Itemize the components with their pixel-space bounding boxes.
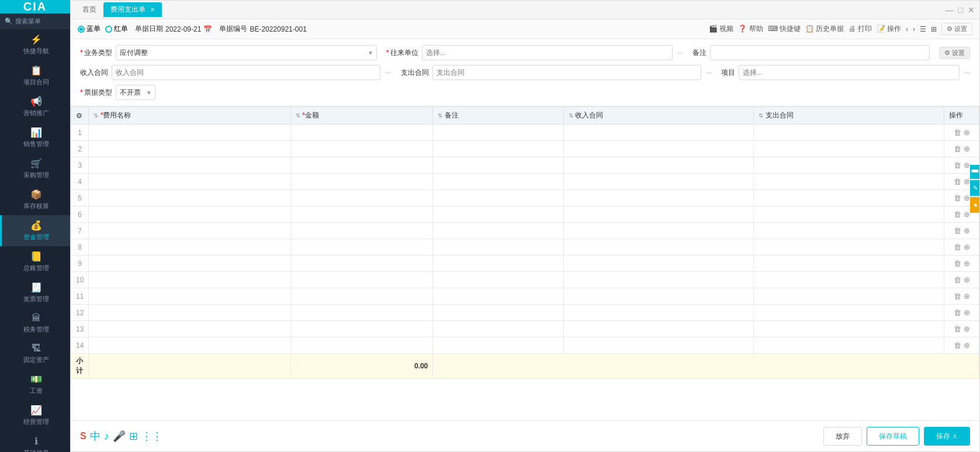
operation-btn[interactable]: 📝 操作 (877, 24, 901, 34)
expense-name-cell[interactable] (89, 321, 291, 337)
float-tab-2[interactable]: ✎ (970, 180, 979, 196)
sidebar-item-salary[interactable]: 💵 工资 (0, 369, 70, 400)
settings-button[interactable]: ⚙ 设置 (939, 47, 970, 59)
income-contract-cell[interactable] (563, 256, 754, 272)
copy-row-btn[interactable]: ⊕ (964, 275, 970, 284)
remark-cell[interactable] (433, 256, 563, 272)
remark-input[interactable] (710, 45, 930, 60)
copy-row-btn[interactable]: ⊕ (964, 177, 970, 186)
tab-home[interactable]: 首页 (75, 2, 103, 17)
income-contract-cell[interactable] (563, 157, 754, 174)
expense-contract-cell[interactable] (754, 206, 944, 223)
amount-cell[interactable] (291, 157, 433, 174)
nav-next[interactable]: › (913, 25, 915, 33)
remark-cell[interactable] (433, 239, 563, 256)
set-button[interactable]: ⚙ 设置 (941, 23, 972, 35)
delete-row-btn[interactable]: 🗑 (954, 144, 961, 153)
save-draft-button[interactable]: 保存草稿 (867, 427, 919, 446)
expense-contract-cell[interactable] (754, 190, 944, 206)
sidebar-item-inventory[interactable]: 📦 库存核算 (0, 184, 70, 215)
copy-row-btn[interactable]: ⊕ (964, 210, 970, 219)
amount-cell[interactable] (291, 125, 433, 141)
view-list[interactable]: ☰ (920, 25, 926, 33)
expense-name-cell[interactable] (89, 288, 291, 305)
discard-button[interactable]: 放弃 (823, 427, 862, 446)
sidebar-item-basic-info[interactable]: ℹ 基础信息 (0, 431, 70, 452)
income-contract-cell[interactable] (563, 223, 754, 239)
sidebar-item-fixed-assets[interactable]: 🏗 固定资产 (0, 339, 70, 369)
income-contract-cell[interactable] (563, 272, 754, 288)
income-contract-cell[interactable] (563, 337, 754, 354)
copy-row-btn[interactable]: ⊕ (964, 292, 970, 301)
expense-contract-cell[interactable] (754, 321, 944, 337)
sidebar-item-marketing[interactable]: 📢 营销推广 (0, 91, 70, 122)
expense-name-cell[interactable] (89, 125, 291, 141)
income-contract-cell[interactable] (563, 239, 754, 256)
video-btn[interactable]: 🎬 视频 (709, 24, 733, 34)
nav-prev[interactable]: ‹ (906, 25, 908, 33)
delete-row-btn[interactable]: 🗑 (954, 210, 961, 219)
business-type-select[interactable]: 应付调整 (116, 45, 377, 60)
sidebar-item-quick-nav[interactable]: ⚡ 快捷导航 (0, 29, 70, 60)
income-contract-dots[interactable]: ··· (385, 68, 391, 77)
expense-contract-cell[interactable] (754, 174, 944, 190)
delete-row-btn[interactable]: 🗑 (954, 161, 961, 170)
window-minimize[interactable]: — (946, 5, 954, 15)
delete-row-btn[interactable]: 🗑 (954, 275, 961, 284)
amount-cell[interactable] (291, 256, 433, 272)
help-btn[interactable]: ❓ 帮助 (738, 24, 763, 34)
amount-cell[interactable] (291, 223, 433, 239)
delete-row-btn[interactable]: 🗑 (954, 194, 961, 202)
expense-contract-cell[interactable] (754, 256, 944, 272)
shortcut-btn[interactable]: ⌨ 快捷键 (768, 24, 801, 34)
income-contract-cell[interactable] (563, 125, 754, 141)
tab-close-icon[interactable]: ✕ (150, 6, 155, 13)
copy-row-btn[interactable]: ⊕ (964, 341, 970, 350)
expense-contract-cell[interactable] (754, 272, 944, 288)
sort-icon[interactable]: ⇅ (296, 112, 300, 119)
delete-row-btn[interactable]: 🗑 (954, 325, 961, 333)
print-btn[interactable]: 🖨 打印 (849, 24, 871, 34)
window-close[interactable]: ✕ (968, 5, 975, 15)
float-tab-1[interactable]: ▋ (970, 165, 979, 179)
radio-red[interactable]: 红单 (105, 24, 128, 34)
income-contract-cell[interactable] (563, 174, 754, 190)
income-contract-cell[interactable] (563, 141, 754, 157)
amount-cell[interactable] (291, 321, 433, 337)
remark-cell[interactable] (433, 125, 563, 141)
income-contract-cell[interactable] (563, 321, 754, 337)
income-contract-cell[interactable] (563, 190, 754, 206)
amount-cell[interactable] (291, 174, 433, 190)
copy-row-btn[interactable]: ⊕ (964, 128, 970, 137)
expense-contract-cell[interactable] (754, 141, 944, 157)
remark-cell[interactable] (433, 190, 563, 206)
copy-row-btn[interactable]: ⊕ (964, 259, 970, 268)
amount-cell[interactable] (291, 305, 433, 321)
delete-row-btn[interactable]: 🗑 (954, 243, 961, 251)
expense-name-cell[interactable] (89, 190, 291, 206)
view-grid[interactable]: ⊞ (931, 25, 937, 33)
expense-contract-cell[interactable] (754, 305, 944, 321)
window-maximize[interactable]: □ (958, 5, 963, 15)
income-contract-cell[interactable] (563, 288, 754, 305)
sidebar-item-invoice[interactable]: 🧾 发票管理 (0, 277, 70, 308)
remark-cell[interactable] (433, 141, 563, 157)
expense-name-cell[interactable] (89, 305, 291, 321)
sidebar-item-project-contract[interactable]: 📋 项目合同 (0, 60, 70, 91)
expense-name-cell[interactable] (89, 174, 291, 190)
amount-cell[interactable] (291, 337, 433, 354)
income-contract-cell[interactable] (563, 206, 754, 223)
expense-contract-cell[interactable] (754, 288, 944, 305)
float-tab-3[interactable]: ★ (970, 197, 979, 213)
calendar-icon[interactable]: 📅 (203, 25, 212, 33)
expense-contract-cell[interactable] (754, 337, 944, 354)
sort-icon[interactable]: ⇅ (438, 112, 442, 119)
expense-contract-cell[interactable] (754, 239, 944, 256)
copy-row-btn[interactable]: ⊕ (964, 243, 970, 251)
expense-name-cell[interactable] (89, 141, 291, 157)
delete-row-btn[interactable]: 🗑 (954, 226, 961, 235)
expense-name-cell[interactable] (89, 337, 291, 354)
copy-row-btn[interactable]: ⊕ (964, 308, 970, 317)
amount-cell[interactable] (291, 288, 433, 305)
delete-row-btn[interactable]: 🗑 (954, 128, 961, 137)
